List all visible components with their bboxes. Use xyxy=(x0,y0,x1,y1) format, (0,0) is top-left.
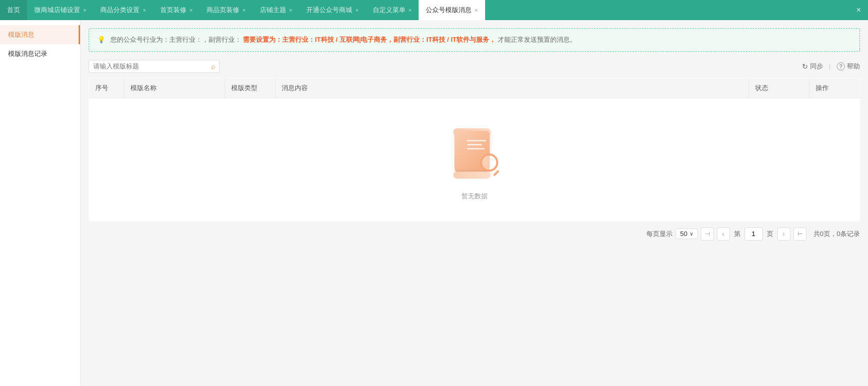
table-wrapper: 序号 模版名称 模版类型 消息内容 状态 操作 xyxy=(89,78,860,221)
page-size-label: 每页显示 xyxy=(646,229,673,239)
scroll-bottom xyxy=(453,172,491,179)
last-page-button[interactable]: ⊢ xyxy=(793,227,807,241)
tab-bar: 首页 微商城店铺设置 × 商品分类设置 × 首页装修 × 商品页装修 × 店铺主… xyxy=(0,0,868,20)
tab-mall[interactable]: 开通公众号商城 × xyxy=(299,0,365,20)
data-table: 序号 模版名称 模版类型 消息内容 状态 操作 xyxy=(89,78,860,221)
col-name: 模版名称 xyxy=(124,78,225,98)
main-layout: 模版消息 模版消息记录 💡 您的公众号行业为：主营行业：，副营行业： 需要设置为… xyxy=(0,20,868,386)
sidebar-item-template-msg[interactable]: 模版消息 xyxy=(0,25,80,44)
notice-icon: 💡 xyxy=(97,36,105,43)
prev-page-button[interactable]: ‹ xyxy=(717,227,730,241)
close-all-button[interactable]: × xyxy=(849,6,868,15)
toolbar-right: ↻ 同步 | ? 帮助 xyxy=(802,62,860,71)
tab-theme[interactable]: 店铺主题 × xyxy=(253,0,299,20)
magnifier-icon xyxy=(480,153,498,172)
page-prefix-label: 第 xyxy=(734,229,741,239)
help-button[interactable]: ? 帮助 xyxy=(837,62,860,71)
col-status: 状态 xyxy=(749,78,810,98)
tab-menu[interactable]: 自定义菜单 × xyxy=(366,0,419,20)
pagination: 每页显示 50 ∨ ⊣ ‹ 第 页 › ⊢ 共0页，0条记录 xyxy=(89,221,860,243)
sidebar: 模版消息 模版消息记录 xyxy=(0,20,81,386)
scroll-line-2 xyxy=(467,144,482,145)
page-unit-label: 页 xyxy=(767,229,773,239)
sync-button[interactable]: ↻ 同步 xyxy=(802,62,823,71)
tab-close-mall[interactable]: × xyxy=(355,8,358,13)
tab-close-homepage[interactable]: × xyxy=(189,8,192,13)
empty-row: 暂无数据 xyxy=(89,98,860,221)
toolbar-divider: | xyxy=(829,62,831,70)
empty-state: 暂无数据 xyxy=(89,98,859,221)
search-input[interactable] xyxy=(93,62,211,70)
notice-banner: 💡 您的公众号行业为：主营行业：，副营行业： 需要设置为：主营行业：IT科技 /… xyxy=(89,28,860,52)
first-page-button[interactable]: ⊣ xyxy=(701,227,714,241)
search-icon[interactable]: ⌕ xyxy=(211,62,215,70)
tab-template[interactable]: 公众号模版消息 × xyxy=(419,0,485,20)
col-type: 模版类型 xyxy=(225,78,276,98)
tab-close-product[interactable]: × xyxy=(242,8,245,13)
page-number-input[interactable] xyxy=(745,227,763,241)
page-size-select[interactable]: 50 ∨ xyxy=(676,228,697,239)
search-box[interactable]: ⌕ xyxy=(89,60,220,73)
tab-weshop[interactable]: 微商城店铺设置 × xyxy=(27,0,93,20)
toolbar: ⌕ ↻ 同步 | ? 帮助 xyxy=(89,60,860,73)
empty-text: 暂无数据 xyxy=(89,192,859,201)
tab-close-theme[interactable]: × xyxy=(289,8,292,13)
total-info: 共0页，0条记录 xyxy=(814,229,860,239)
scroll-lines xyxy=(467,140,486,152)
tab-close-menu[interactable]: × xyxy=(409,8,412,13)
table-header-row: 序号 模版名称 模版类型 消息内容 状态 操作 xyxy=(89,78,860,98)
tab-homepage[interactable]: 首页装修 × xyxy=(153,0,199,20)
next-page-button[interactable]: › xyxy=(777,227,790,241)
scroll-line-3 xyxy=(467,148,485,149)
content-area: 💡 您的公众号行业为：主营行业：，副营行业： 需要设置为：主营行业：IT科技 /… xyxy=(81,20,868,386)
tab-category[interactable]: 商品分类设置 × xyxy=(93,0,153,20)
col-action: 操作 xyxy=(810,78,860,98)
tab-close-template[interactable]: × xyxy=(475,8,478,13)
sidebar-item-template-record[interactable]: 模版消息记录 xyxy=(0,44,80,63)
tab-close-category[interactable]: × xyxy=(143,8,146,13)
sync-icon: ↻ xyxy=(802,62,808,70)
col-index: 序号 xyxy=(89,78,124,98)
help-icon: ? xyxy=(837,62,845,70)
chevron-down-icon: ∨ xyxy=(690,231,693,237)
tab-close-weshop[interactable]: × xyxy=(83,8,86,13)
tab-home[interactable]: 首页 xyxy=(0,0,27,20)
scroll-line-1 xyxy=(467,140,486,141)
col-content: 消息内容 xyxy=(276,78,749,98)
empty-illustration xyxy=(447,128,502,184)
tab-product[interactable]: 商品页装修 × xyxy=(199,0,252,20)
